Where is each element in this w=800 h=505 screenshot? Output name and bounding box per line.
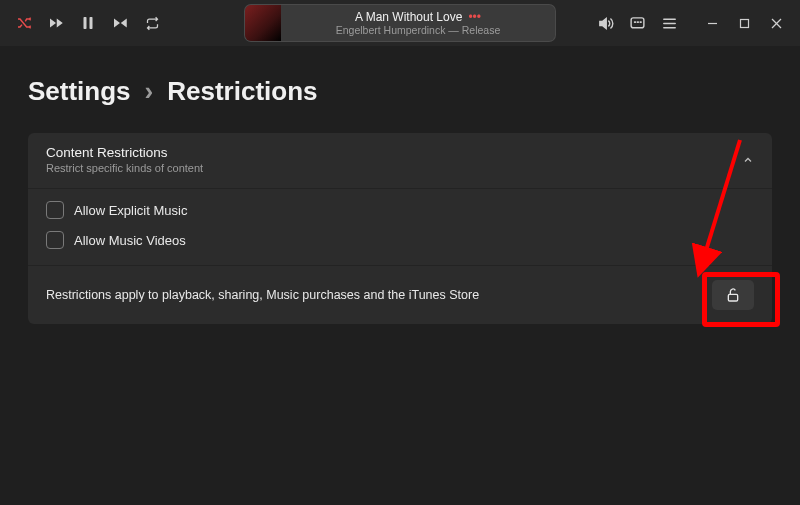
breadcrumb: Settings › Restrictions bbox=[28, 76, 772, 107]
main-content: Settings › Restrictions Content Restrict… bbox=[0, 46, 800, 344]
checkbox-icon[interactable] bbox=[46, 201, 64, 219]
panel-footer: Restrictions apply to playback, sharing,… bbox=[28, 266, 772, 324]
now-playing-text: A Man Without Love ••• Engelbert Humperd… bbox=[281, 10, 555, 36]
album-art bbox=[245, 5, 281, 41]
footer-text: Restrictions apply to playback, sharing,… bbox=[46, 288, 479, 302]
window-maximize-button[interactable] bbox=[728, 9, 760, 37]
track-subtitle: Engelbert Humperdinck — Release bbox=[281, 24, 555, 36]
panel-subtitle: Restrict specific kinds of content bbox=[46, 162, 203, 174]
breadcrumb-root[interactable]: Settings bbox=[28, 76, 131, 107]
repeat-button[interactable] bbox=[138, 9, 166, 37]
play-pause-button[interactable] bbox=[74, 9, 102, 37]
player-topbar: A Man Without Love ••• Engelbert Humperd… bbox=[0, 0, 800, 46]
now-playing-widget[interactable]: A Man Without Love ••• Engelbert Humperd… bbox=[245, 5, 555, 41]
more-dots-icon[interactable]: ••• bbox=[468, 11, 481, 23]
window-minimize-button[interactable] bbox=[696, 9, 728, 37]
lock-button[interactable] bbox=[712, 280, 754, 310]
chevron-right-icon: › bbox=[145, 76, 154, 107]
checkbox-label: Allow Music Videos bbox=[74, 233, 186, 248]
track-title: A Man Without Love bbox=[355, 10, 462, 24]
svg-rect-1 bbox=[90, 17, 93, 29]
svg-rect-0 bbox=[84, 17, 87, 29]
window-close-button[interactable] bbox=[760, 9, 792, 37]
allow-explicit-music-row[interactable]: Allow Explicit Music bbox=[46, 201, 754, 219]
content-restrictions-panel: Content Restrictions Restrict specific k… bbox=[28, 133, 772, 324]
breadcrumb-current: Restrictions bbox=[167, 76, 317, 107]
previous-track-button[interactable] bbox=[42, 9, 70, 37]
queue-button[interactable] bbox=[654, 9, 684, 37]
unlock-icon bbox=[725, 287, 741, 303]
checkbox-icon[interactable] bbox=[46, 231, 64, 249]
lyrics-button[interactable] bbox=[622, 9, 652, 37]
next-track-button[interactable] bbox=[106, 9, 134, 37]
shuffle-button[interactable] bbox=[10, 9, 38, 37]
checkbox-label: Allow Explicit Music bbox=[74, 203, 187, 218]
panel-body: Allow Explicit Music Allow Music Videos bbox=[28, 189, 772, 266]
svg-rect-7 bbox=[740, 19, 748, 27]
volume-button[interactable] bbox=[590, 9, 620, 37]
svg-rect-10 bbox=[728, 294, 737, 301]
panel-header[interactable]: Content Restrictions Restrict specific k… bbox=[28, 133, 772, 189]
panel-title: Content Restrictions bbox=[46, 145, 203, 160]
chevron-up-icon bbox=[742, 154, 754, 166]
allow-music-videos-row[interactable]: Allow Music Videos bbox=[46, 231, 754, 249]
